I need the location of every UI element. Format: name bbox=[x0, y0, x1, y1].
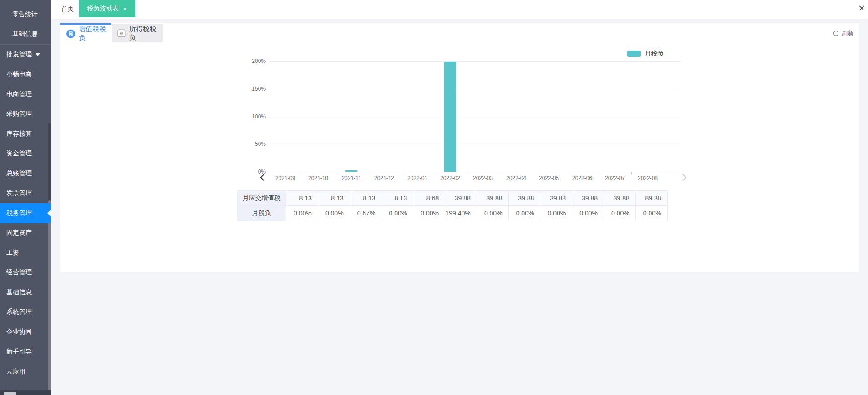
bar-2021-11[interactable] bbox=[345, 170, 357, 172]
sidebar-item-新手引导[interactable]: 新手引导 bbox=[0, 342, 51, 362]
sidebar-item-label: 云应用 bbox=[6, 368, 25, 376]
sidebar-bottom-bar bbox=[0, 390, 51, 395]
sidebar-item-label: 批发管理 bbox=[6, 51, 32, 59]
sidebar-item-label: 发票管理 bbox=[6, 189, 32, 197]
sidebar-item-企业协同[interactable]: 企业协同 bbox=[0, 322, 51, 342]
table-cell: 0.00% bbox=[477, 206, 509, 221]
table-cell: 0.67% bbox=[350, 206, 382, 221]
sidebar-item-库存核算[interactable]: 库存核算 bbox=[0, 124, 51, 144]
sidebar-item-资金管理[interactable]: 资金管理 bbox=[0, 144, 51, 164]
sidebar-item-label: 总账管理 bbox=[6, 169, 32, 178]
x-axis-tick bbox=[269, 172, 269, 174]
table-cell: 0.00% bbox=[381, 206, 413, 221]
table-cell: 89.38 bbox=[636, 191, 668, 206]
table-cell: 0.00% bbox=[540, 206, 572, 221]
y-axis-tick-label: 150% bbox=[243, 86, 266, 92]
table-cell: 0.00% bbox=[509, 206, 541, 221]
table-cell: 8.13 bbox=[350, 191, 382, 206]
x-axis-tick bbox=[533, 172, 533, 174]
x-axis-tick-label: 2022-07 bbox=[599, 175, 631, 181]
x-axis-tick-label: 2021-11 bbox=[335, 175, 368, 181]
table-cell: 0.00% bbox=[286, 206, 318, 221]
tab-home[interactable]: 首页 bbox=[61, 0, 74, 18]
x-axis-tick bbox=[368, 172, 368, 174]
sidebar-collapse-button[interactable] bbox=[4, 392, 16, 395]
x-axis-tick bbox=[302, 172, 302, 174]
table-row-header-label: 月应交增值税 bbox=[243, 194, 281, 202]
tab-close-icon[interactable]: × bbox=[123, 5, 127, 12]
sidebar-item-label: 小畅电商 bbox=[6, 70, 32, 78]
window-close-icon[interactable]: × bbox=[858, 3, 865, 14]
x-axis-tick bbox=[566, 172, 566, 174]
y-axis-tick-label: 100% bbox=[243, 113, 266, 120]
sidebar-item-label: 系统管理 bbox=[6, 308, 32, 316]
sidebar-item-零售统计[interactable]: 零售统计 bbox=[0, 5, 51, 25]
gridline bbox=[269, 89, 680, 89]
sidebar-item-label: 采购管理 bbox=[6, 110, 32, 118]
sidebar-item-label: 库存核算 bbox=[6, 130, 32, 138]
x-axis-tick-label: 2022-04 bbox=[500, 175, 533, 181]
x-axis-tick bbox=[434, 172, 434, 174]
sidebar-item-电商管理[interactable]: 电商管理 bbox=[0, 84, 51, 104]
x-axis-tick-label: 2022-02 bbox=[434, 175, 467, 181]
tab-home-label: 首页 bbox=[61, 5, 74, 13]
table-cell: 0.00% bbox=[413, 206, 445, 221]
x-axis-tick bbox=[467, 172, 467, 174]
sidebar-item-云应用[interactable]: 云应用 bbox=[0, 362, 51, 382]
table-row-header-label: 月税负 bbox=[252, 209, 271, 217]
sidebar-item-label: 固定资产 bbox=[6, 229, 32, 237]
sidebar-item-固定资产[interactable]: 固定资产 bbox=[0, 223, 51, 243]
sidebar-item-label: 企业协同 bbox=[6, 328, 32, 336]
x-axis-tick bbox=[599, 172, 599, 174]
sidebar-nav: 零售统计基础信息批发管理小畅电商电商管理采购管理库存核算资金管理总账管理发票管理… bbox=[0, 0, 51, 395]
x-axis-tick-label: 2022-03 bbox=[467, 175, 499, 181]
sidebar-item-基础信息[interactable]: 基础信息 bbox=[0, 25, 51, 45]
sidebar-item-经营管理[interactable]: 经营管理 bbox=[0, 263, 51, 283]
sidebar-item-发票管理[interactable]: 发票管理 bbox=[0, 184, 51, 204]
table-cell: 8.68 bbox=[413, 191, 445, 206]
tab-tax-fluctuation[interactable]: 税负波动表 × bbox=[79, 0, 135, 17]
chevron-down-icon bbox=[36, 53, 40, 56]
chart-scroll-left-button[interactable] bbox=[259, 174, 265, 183]
table-cell: 0.00% bbox=[572, 206, 604, 221]
x-axis-tick-label: 2021-09 bbox=[269, 175, 302, 181]
x-axis-line bbox=[269, 172, 680, 172]
sidebar-item-系统管理[interactable]: 系统管理 bbox=[0, 303, 51, 323]
table-cell: 8.13 bbox=[381, 191, 413, 206]
chart-legend[interactable]: 月税负 bbox=[627, 50, 664, 58]
x-axis-tick bbox=[665, 172, 665, 174]
x-axis-tick-label: 2022-05 bbox=[533, 175, 565, 181]
sidebar-item-label: 经营管理 bbox=[6, 268, 32, 277]
x-axis-tick-label: 2022-01 bbox=[401, 175, 434, 181]
sidebar-item-小畅电商[interactable]: 小畅电商 bbox=[0, 65, 51, 85]
x-axis-tick-label: 2021-12 bbox=[368, 175, 401, 181]
sidebar-item-采购管理[interactable]: 采购管理 bbox=[0, 104, 51, 124]
chart-scroll-left-icon bbox=[259, 174, 265, 181]
sidebar-item-税务管理[interactable]: 税务管理 bbox=[0, 203, 51, 223]
x-axis-tick bbox=[401, 172, 401, 174]
bar-2022-02[interactable] bbox=[444, 62, 456, 172]
x-axis-tick bbox=[631, 172, 632, 174]
table-cell: 39.88 bbox=[477, 191, 509, 206]
sidebar-item-label: 新手引导 bbox=[6, 348, 32, 356]
sidebar-item-总账管理[interactable]: 总账管理 bbox=[0, 164, 51, 184]
gridline bbox=[269, 144, 680, 144]
table-cell: 39.88 bbox=[509, 191, 541, 206]
table-row-header: 月应交增值税 bbox=[237, 191, 286, 206]
top-tab-bar: 首页 税负波动表 × × bbox=[51, 0, 868, 19]
sidebar-item-批发管理[interactable]: 批发管理 bbox=[0, 45, 51, 65]
sidebar-item-工资[interactable]: 工资 bbox=[0, 243, 51, 263]
sidebar-item-label: 零售统计 bbox=[12, 10, 38, 19]
table-row-header: 月税负 bbox=[237, 206, 286, 221]
legend-swatch bbox=[627, 51, 641, 57]
table-cell: 39.88 bbox=[445, 191, 477, 206]
sidebar-item-基础信息[interactable]: 基础信息 bbox=[0, 282, 51, 303]
table-cell: 39.88 bbox=[572, 191, 604, 206]
x-axis-tick-label: 2022-08 bbox=[631, 175, 664, 181]
x-axis-tick-label: 2022-06 bbox=[566, 175, 599, 181]
chart-scroll-right-button[interactable] bbox=[682, 174, 687, 183]
sidebar-item-label: 资金管理 bbox=[6, 149, 32, 158]
table-cell: 8.13 bbox=[286, 191, 318, 206]
table-cell: 0.00% bbox=[636, 206, 668, 221]
table-cell: 0.00% bbox=[604, 206, 636, 221]
